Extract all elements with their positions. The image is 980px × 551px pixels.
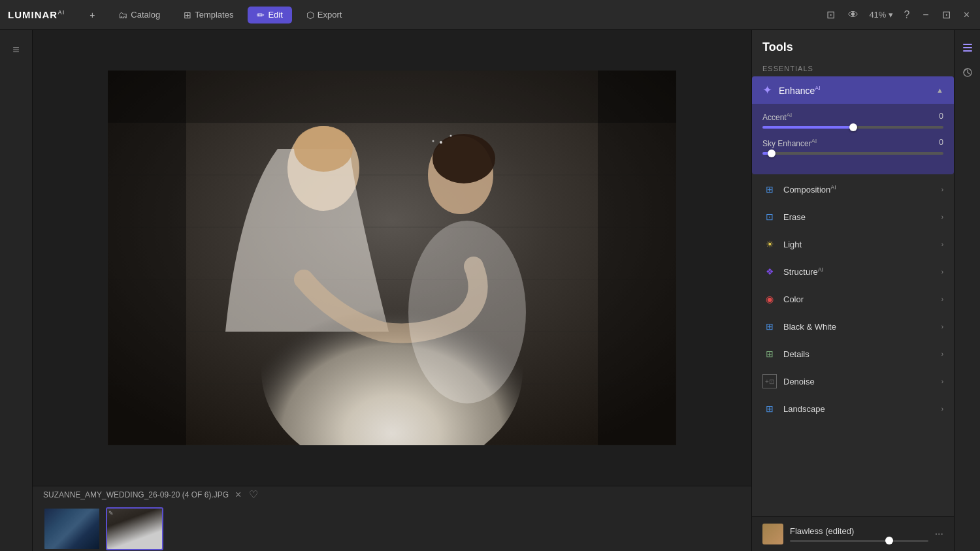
composition-label: CompositionAI <box>783 184 935 195</box>
sky-enhancer-slider-thumb[interactable] <box>768 150 776 157</box>
composition-tool-item[interactable]: ⊞ CompositionAI › <box>752 176 954 203</box>
black-white-label: Black & White <box>783 322 935 332</box>
enhance-icon: ✦ <box>762 83 772 97</box>
erase-chevron-icon: › <box>941 213 943 221</box>
thumbnail-strip: ✎ <box>43 507 741 550</box>
zoom-chevron-icon: ▾ <box>889 10 893 20</box>
preset-bar: Flawless (edited) ··· <box>752 516 954 551</box>
landscape-chevron-icon: › <box>941 405 943 413</box>
catalog-icon: 🗂 <box>118 10 127 20</box>
add-icon: + <box>90 10 95 20</box>
sky-enhancer-value: 0 <box>939 138 943 148</box>
sky-enhancer-slider[interactable] <box>762 152 943 155</box>
black-white-chevron-icon: › <box>941 323 943 330</box>
accent-slider-thumb[interactable] <box>849 123 857 131</box>
sky-enhancer-slider-row: Sky EnhancerAI 0 <box>762 138 943 155</box>
preset-thumbnail <box>762 524 783 544</box>
history-panel-button[interactable] <box>958 63 977 82</box>
svg-point-15 <box>433 140 434 142</box>
left-sidebar: ≡ <box>0 30 33 551</box>
landscape-label: Landscape <box>783 404 935 414</box>
color-tool-item[interactable]: ◉ Color › <box>752 285 954 313</box>
essentials-label: Essentials <box>752 59 954 75</box>
black-white-tool-item[interactable]: ⊞ Black & White › <box>752 313 954 340</box>
landscape-tool-item[interactable]: ⊞ Landscape › <box>752 395 954 422</box>
photo-canvas <box>108 71 676 445</box>
app-logo: LUMINARAI <box>8 9 65 20</box>
light-label: Light <box>783 240 935 249</box>
color-chevron-icon: › <box>941 296 943 303</box>
sky-enhancer-label: Sky EnhancerAI <box>762 138 817 148</box>
layers-panel-button[interactable] <box>958 38 977 57</box>
svg-point-11 <box>294 126 353 172</box>
structure-chevron-icon: › <box>941 268 943 276</box>
top-navigation: LUMINARAI + 🗂 Catalog ⊞ Templates ✏ Edit… <box>0 0 980 30</box>
enhance-chevron-icon: ▲ <box>936 86 943 94</box>
accent-slider-row: AccentAI 0 <box>762 112 943 129</box>
enhance-body: AccentAI 0 Sky EnhancerAI 0 <box>752 104 954 174</box>
edit-button[interactable]: ✏ Edit <box>248 7 291 24</box>
right-panel: Tools Essentials ✦ EnhanceAI ▲ AccentAI … <box>751 30 954 551</box>
close-file-button[interactable]: × <box>234 488 242 502</box>
canvas-area <box>33 30 751 486</box>
history-icon <box>962 67 973 78</box>
panel-header: Tools <box>752 30 954 59</box>
details-tool-item[interactable]: ⊞ Details › <box>752 340 954 368</box>
accent-value: 0 <box>939 112 943 122</box>
svg-rect-21 <box>963 47 972 48</box>
preset-menu-button[interactable]: ··· <box>935 528 943 540</box>
svg-rect-22 <box>963 50 972 52</box>
light-tool-item[interactable]: ☀ Light › <box>752 230 954 258</box>
catalog-button[interactable]: 🗂 Catalog <box>109 7 169 24</box>
erase-label: Erase <box>783 212 935 222</box>
svg-rect-17 <box>108 71 186 445</box>
composition-icon: ⊞ <box>762 182 777 197</box>
denoise-tool-item[interactable]: +⊡ Denoise › <box>752 368 954 395</box>
preview-eye-button[interactable]: 👁 <box>845 7 861 24</box>
main-area: ≡ <box>0 30 980 551</box>
thumbnail-2[interactable]: ✎ <box>106 507 163 550</box>
center-column: SUZANNE_AMY_WEDDING_26-09-20 (4 OF 6).JP… <box>33 30 751 551</box>
favorite-button[interactable]: ♡ <box>248 487 259 502</box>
thumbnail-1-image <box>44 509 99 549</box>
export-button[interactable]: ⬡ Export <box>297 7 351 24</box>
thumbnail-2-image: ✎ <box>107 509 162 549</box>
preset-slider-thumb[interactable] <box>885 537 893 544</box>
black-white-icon: ⊞ <box>762 319 777 334</box>
far-right-sidebar <box>954 30 980 551</box>
filename-label: SUZANNE_AMY_WEDDING_26-09-20 (4 OF 6).JP… <box>43 490 229 499</box>
view-toggle-button[interactable]: ⊡ <box>824 6 838 24</box>
restore-button[interactable]: ⊡ <box>939 6 953 24</box>
denoise-icon: +⊡ <box>762 374 777 388</box>
close-button[interactable]: × <box>961 7 972 24</box>
help-button[interactable]: ? <box>901 7 912 24</box>
composition-chevron-icon: › <box>941 186 943 193</box>
landscape-icon: ⊞ <box>762 401 777 416</box>
erase-icon: ⊡ <box>762 210 777 224</box>
color-icon: ◉ <box>762 292 777 306</box>
bottom-bar: SUZANNE_AMY_WEDDING_26-09-20 (4 OF 6).JP… <box>33 486 751 551</box>
preset-info: Flawless (edited) <box>790 526 928 542</box>
accent-label: AccentAI <box>762 112 792 122</box>
zoom-display[interactable]: 41% ▾ <box>869 10 893 20</box>
templates-button[interactable]: ⊞ Templates <box>174 7 242 24</box>
svg-rect-18 <box>598 71 676 445</box>
preset-slider[interactable] <box>790 540 928 542</box>
minimize-button[interactable]: − <box>920 7 931 24</box>
accent-slider[interactable] <box>762 126 943 129</box>
enhance-tool-header[interactable]: ✦ EnhanceAI ▲ <box>752 76 954 104</box>
details-label: Details <box>783 349 935 359</box>
color-label: Color <box>783 294 935 304</box>
details-icon: ⊞ <box>762 347 777 361</box>
export-icon: ⬡ <box>306 10 314 20</box>
erase-tool-item[interactable]: ⊡ Erase › <box>752 203 954 230</box>
sidebar-layers-icon[interactable]: ≡ <box>5 38 28 61</box>
photo-container <box>108 71 676 445</box>
templates-icon: ⊞ <box>184 10 191 20</box>
enhance-tool-panel: ✦ EnhanceAI ▲ AccentAI 0 <box>752 76 954 174</box>
add-button[interactable]: + <box>80 7 104 24</box>
svg-rect-19 <box>108 71 676 123</box>
panel-title: Tools <box>762 40 793 54</box>
structure-tool-item[interactable]: ❖ StructureAI › <box>752 258 954 285</box>
thumbnail-1[interactable] <box>43 507 101 550</box>
